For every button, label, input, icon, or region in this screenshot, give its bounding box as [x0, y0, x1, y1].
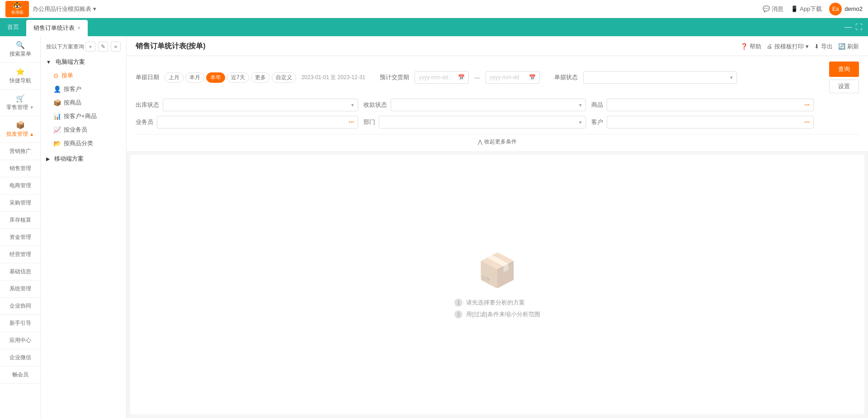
department-select[interactable]: ▾ [379, 116, 586, 128]
tree-section-mobile[interactable]: ▶ 移动端方案 [41, 152, 126, 166]
salesman-input[interactable]: ··· [157, 116, 358, 128]
by-salesman-label: 按业务员 [64, 126, 87, 134]
retail-label: 零售管理 [6, 104, 28, 110]
tree-item-by-category[interactable]: 📂 按商品分类 [41, 137, 126, 150]
tree-item-by-customer[interactable]: 👤 按客户 [41, 82, 126, 96]
sidebar-item-wholesale[interactable]: 📦 批发管理 ▲ [0, 116, 40, 143]
sidebar-item-wechat[interactable]: 企业微信 [0, 349, 40, 366]
inventory-label: 库存核算 [9, 217, 31, 223]
status-label: 单据状态 [554, 73, 578, 81]
outbound-select[interactable]: ▾ [163, 99, 358, 111]
export-icon: ⬇ [814, 43, 819, 50]
sidebar-item-finance[interactable]: 资金管理 [0, 229, 40, 246]
sidebar-item-retail[interactable]: 🛒 零售管理 ▼ [0, 90, 40, 116]
app-title: 办公用品行业模拟账表 [33, 5, 91, 13]
filter-row-3: 业务员 ··· 部门 ▾ 客户 [136, 116, 859, 128]
sidebar-item-marketing[interactable]: 营销推广 [0, 143, 40, 160]
print-label: 按模板打印 [774, 43, 804, 51]
sidebar-item-basics[interactable]: 基础信息 [0, 263, 40, 280]
filter-area: 单据日期 上月 本月 本年 近7天 更多 自定义 2023-01-01 至 20… [127, 56, 868, 151]
help-icon: ❓ [741, 43, 748, 50]
sidebar-item-vip[interactable]: 畅会员 [0, 366, 40, 384]
page-container: 按以下方案查询 ＋ ✎ « ▼ 电脑端方案 ⊙ 按单 👤 按客户 [41, 36, 868, 418]
tab-home[interactable]: 首页 [0, 18, 26, 36]
sidebar-item-search-menu[interactable]: 🔍 搜索菜单 [0, 36, 40, 63]
print-button[interactable]: 🖨 按模板打印 ▾ [767, 43, 809, 51]
tab-sales-order[interactable]: 销售订单统计表 × [26, 20, 88, 36]
date-range-text: 2023-01-01 至 2023-12-31 [302, 74, 365, 81]
hint-num-1: 1 [454, 299, 462, 307]
collapse-bar[interactable]: ⋀ 收起更多条件 [136, 134, 859, 146]
product-ellipsis-icon: ··· [804, 101, 810, 109]
user-profile[interactable]: Ea demo2 [829, 3, 863, 15]
sidebar-item-enterprise[interactable]: 企业协同 [0, 298, 40, 315]
tree-item-by-product[interactable]: 📦 按商品 [41, 96, 126, 109]
by-customer-icon: 👤 [53, 86, 61, 93]
customer-input[interactable]: ··· [607, 116, 814, 128]
date-buttons: 上月 本月 本年 近7天 更多 自定义 [165, 72, 296, 83]
custom-button[interactable]: 自定义 [272, 72, 296, 83]
salesman-group: 业务员 ··· [136, 116, 358, 128]
tab-close-icon[interactable]: × [77, 25, 80, 31]
sidebar-item-newbie[interactable]: 新手引导 [0, 315, 40, 332]
tree-section-pc[interactable]: ▼ 电脑端方案 [41, 55, 126, 69]
enterprise-label: 企业协同 [9, 303, 31, 309]
edit-plan-button[interactable]: ✎ [98, 42, 108, 52]
sidebar-item-sales[interactable]: 销售管理 [0, 160, 40, 177]
calendar-icon: 📅 [458, 74, 465, 81]
sidebar-item-app-center[interactable]: 应用中心 [0, 332, 40, 349]
ecommerce-label: 电商管理 [9, 182, 31, 189]
wholesale-arrow-icon: ▲ [29, 132, 34, 137]
app-center-label: 应用中心 [9, 337, 31, 343]
setup-button[interactable]: 设置 [829, 80, 859, 93]
this-month-button[interactable]: 本月 [185, 72, 204, 83]
app-selector[interactable]: 办公用品行业模拟账表 ▾ [33, 5, 96, 13]
empty-hints: 1 请先选择要分析的方案 2 用[过滤]条件来缩小分析范围 [454, 299, 540, 318]
message-button[interactable]: 💬 消息 [763, 5, 783, 13]
refresh-label: 刷新 [847, 43, 859, 51]
basics-label: 基础信息 [9, 268, 31, 275]
maximize-icon[interactable]: ⛶ [855, 23, 863, 31]
help-button[interactable]: ❓ 帮助 [741, 43, 761, 51]
by-customer-label: 按客户 [64, 85, 81, 93]
department-group: 部门 ▾ [363, 116, 586, 128]
refresh-button[interactable]: 🔄 刷新 [838, 43, 859, 51]
sidebar-item-ecommerce[interactable]: 电商管理 [0, 177, 40, 195]
sidebar-item-quick-nav[interactable]: ⭐ 快捷导航 [0, 63, 40, 90]
this-year-button[interactable]: 本年 [206, 72, 225, 83]
payment-group: 收款状态 ▾ [363, 99, 586, 111]
home-label: 首页 [7, 23, 19, 31]
more-button[interactable]: 更多 [251, 72, 270, 83]
tree-item-by-customer-product[interactable]: 📊 按客户+商品 [41, 109, 126, 123]
add-plan-button[interactable]: ＋ [85, 42, 95, 52]
forecast-end-date[interactable]: yyyy-mm-dd 📅 [486, 71, 540, 84]
hint-text-1: 请先选择要分析的方案 [466, 299, 525, 307]
department-chevron-icon: ▾ [579, 119, 582, 125]
query-button[interactable]: 查询 [829, 62, 859, 77]
product-input[interactable]: ··· [607, 99, 814, 111]
collapse-text[interactable]: ⋀ 收起更多条件 [478, 138, 517, 146]
product-group: 商品 ··· [591, 99, 814, 111]
payment-select[interactable]: ▾ [391, 99, 586, 111]
status-select[interactable]: ▾ [583, 71, 737, 84]
left-panel-icons: ＋ ✎ « [85, 42, 121, 52]
prev-month-button[interactable]: 上月 [165, 72, 184, 83]
sidebar-item-operations[interactable]: 经营管理 [0, 246, 40, 263]
mobile-section-label: 移动端方案 [54, 155, 84, 163]
sidebar-item-purchase[interactable]: 采购管理 [0, 195, 40, 212]
sidebar-item-system[interactable]: 系统管理 [0, 280, 40, 298]
expand-pc-icon: ▼ [46, 59, 51, 65]
app-download-button[interactable]: 📱 App下载 [791, 5, 822, 13]
sidebar-item-inventory[interactable]: 库存核算 [0, 212, 40, 229]
collapse-panel-button[interactable]: « [111, 42, 121, 52]
wechat-label: 企业微信 [9, 354, 31, 361]
date-label: 单据日期 [136, 73, 159, 81]
tree-item-by-salesman[interactable]: 📈 按业务员 [41, 123, 126, 137]
forecast-start-date[interactable]: yyyy-mm-dd 📅 [415, 71, 469, 84]
export-button[interactable]: ⬇ 导出 [814, 43, 833, 51]
empty-state: 📦 1 请先选择要分析的方案 2 用[过滤]条件来缩小分析范围 [130, 155, 864, 414]
tree-item-by-order[interactable]: ⊙ 按单 [41, 69, 126, 82]
by-product-icon: 📦 [53, 99, 61, 106]
7days-button[interactable]: 近7天 [227, 72, 249, 83]
minimize-icon[interactable]: — [844, 23, 852, 31]
